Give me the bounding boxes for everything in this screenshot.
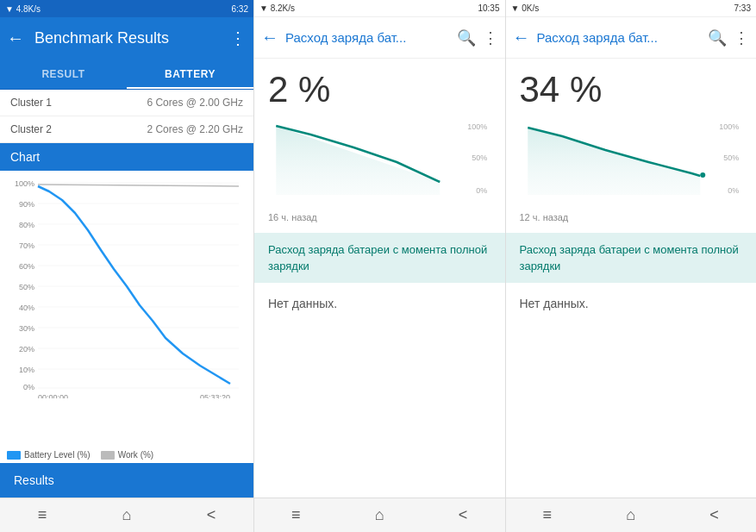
search-button-2[interactable]: 🔍 — [457, 28, 476, 47]
legend-work: Work (%) — [101, 450, 153, 460]
nav-home-3[interactable]: ⌂ — [626, 506, 635, 524]
chart-legend-1: Battery Level (%) Work (%) — [0, 447, 253, 463]
mini-chart-svg-3: 100% 50% 0% — [513, 117, 750, 203]
legend-battery-label: Battery Level (%) — [24, 450, 91, 460]
tabs-1: RESULT BATTERY — [0, 59, 253, 90]
nav-bar-1: ≡ ⌂ < — [0, 498, 253, 532]
svg-text:50%: 50% — [723, 153, 739, 162]
status-time-1: 6:32 — [232, 4, 248, 14]
legend-work-color — [101, 451, 115, 460]
svg-marker-24 — [276, 126, 440, 195]
nav-back-1[interactable]: < — [207, 506, 216, 524]
section-title-3: Расход заряда батареи с момента полной з… — [520, 243, 739, 272]
status-left-1: ▼ 4.8K/s — [5, 4, 41, 14]
cluster-1-value: 6 Cores @ 2.00 GHz — [147, 97, 243, 109]
svg-text:30%: 30% — [19, 324, 34, 333]
section-highlight-2: Расход заряда батареи с момента полной з… — [254, 233, 505, 283]
cluster-row-1: Cluster 1 6 Cores @ 2.00 GHz — [0, 90, 253, 116]
legend-battery: Battery Level (%) — [7, 450, 91, 460]
svg-text:80%: 80% — [19, 221, 34, 229]
legend-battery-color — [7, 451, 21, 460]
search-button-3[interactable]: 🔍 — [708, 28, 727, 47]
chart-svg-1: 100% 90% 80% 70% 60% 50% 40% 30% 20% 10%… — [3, 174, 250, 398]
big-percent-2: 2 % — [254, 59, 505, 114]
mini-chart-area-2: 100% 50% 0% — [254, 114, 505, 210]
back-button-1[interactable]: ← — [7, 28, 24, 48]
no-data-2: Нет данных. — [254, 286, 505, 321]
status-bar-1: ▼ 4.8K/s 6:32 — [0, 0, 253, 17]
tab-battery[interactable]: BATTERY — [127, 59, 253, 89]
panel-battery-2: ▼ 8.2K/s 10:35 ← Расход заряда бат... 🔍 … — [253, 0, 505, 532]
toolbar-1: ← Benchmark Results ⋮ — [0, 17, 253, 59]
status-left-2: ▼ 8.2K/s — [259, 3, 295, 13]
time-label-3: 12 ч. назад — [506, 210, 757, 229]
back-button-3[interactable]: ← — [513, 28, 530, 47]
chart-area-1: 100% 90% 80% 70% 60% 50% 40% 30% 20% 10%… — [0, 171, 253, 447]
nav-menu-3[interactable]: ≡ — [543, 506, 553, 524]
cluster-2-name: Cluster 2 — [10, 123, 52, 135]
nav-home-1[interactable]: ⌂ — [122, 506, 132, 524]
svg-text:50%: 50% — [19, 283, 34, 291]
nav-back-3[interactable]: < — [709, 506, 719, 524]
toolbar-title-2: Расход заряда бат... — [285, 30, 450, 45]
svg-text:60%: 60% — [19, 262, 34, 271]
section-title-2: Расход заряда батареи с момента полной з… — [268, 243, 487, 272]
svg-text:20%: 20% — [19, 345, 34, 354]
svg-text:100%: 100% — [719, 122, 739, 131]
nav-back-2[interactable]: < — [459, 506, 468, 524]
section-highlight-3: Расход заряда батареи с момента полной з… — [506, 233, 757, 283]
panel-battery-3: ▼ 0K/s 7:33 ← Расход заряда бат... 🔍 ⋮ 3… — [505, 0, 757, 532]
svg-text:50%: 50% — [472, 153, 487, 162]
spacer-3 — [506, 321, 757, 498]
back-button-2[interactable]: ← — [261, 28, 278, 47]
cluster-1-name: Cluster 1 — [10, 97, 52, 109]
status-time-2: 10:35 — [478, 3, 499, 13]
more-button-2[interactable]: ⋮ — [483, 28, 498, 47]
chart-header-1: Chart — [0, 143, 253, 171]
spacer-2 — [254, 321, 505, 498]
results-footer[interactable]: Results — [0, 463, 253, 498]
no-data-3: Нет данных. — [506, 286, 757, 321]
nav-menu-1[interactable]: ≡ — [38, 506, 47, 524]
nav-menu-2[interactable]: ≡ — [291, 506, 301, 524]
svg-text:0%: 0% — [728, 186, 739, 195]
status-bar-2: ▼ 8.2K/s 10:35 — [254, 0, 505, 17]
svg-text:05:33:20: 05:33:20 — [200, 393, 230, 398]
time-label-2: 16 ч. назад — [254, 210, 505, 229]
svg-text:100%: 100% — [467, 122, 487, 131]
content-1: Cluster 1 6 Cores @ 2.00 GHz Cluster 2 2… — [0, 90, 253, 463]
more-button-1[interactable]: ⋮ — [229, 28, 247, 48]
cluster-row-2: Cluster 2 2 Cores @ 2.20 GHz — [0, 116, 253, 143]
more-button-3[interactable]: ⋮ — [734, 28, 749, 47]
nav-home-2[interactable]: ⌂ — [375, 506, 384, 524]
tab-result[interactable]: RESULT — [0, 59, 127, 89]
svg-text:0%: 0% — [476, 186, 487, 195]
svg-text:100%: 100% — [15, 179, 34, 188]
cluster-2-value: 2 Cores @ 2.20 GHz — [147, 123, 243, 135]
big-percent-3: 34 % — [506, 59, 757, 114]
svg-marker-28 — [528, 128, 700, 195]
status-bar-3: ▼ 0K/s 7:33 — [506, 0, 757, 17]
svg-text:00:00:00: 00:00:00 — [38, 393, 68, 398]
svg-text:90%: 90% — [19, 200, 34, 209]
mini-chart-area-3: 100% 50% 0% — [506, 114, 757, 210]
svg-point-29 — [700, 172, 705, 178]
svg-text:0%: 0% — [23, 383, 34, 391]
toolbar-3: ← Расход заряда бат... 🔍 ⋮ — [506, 17, 757, 59]
toolbar-title-3: Расход заряда бат... — [537, 30, 702, 45]
legend-work-label: Work (%) — [118, 450, 153, 460]
svg-text:40%: 40% — [19, 304, 34, 312]
nav-bar-2: ≡ ⌂ < — [254, 498, 505, 532]
mini-chart-svg-2: 100% 50% 0% — [261, 117, 498, 203]
svg-text:70%: 70% — [19, 241, 34, 250]
status-time-3: 7:33 — [734, 3, 751, 13]
status-left-3: ▼ 0K/s — [511, 3, 540, 13]
toolbar-title-1: Benchmark Results — [34, 29, 229, 47]
toolbar-2: ← Расход заряда бат... 🔍 ⋮ — [254, 17, 505, 59]
svg-text:10%: 10% — [19, 366, 34, 374]
panel-benchmark-results: ▼ 4.8K/s 6:32 ← Benchmark Results ⋮ RESU… — [0, 0, 253, 532]
nav-bar-3: ≡ ⌂ < — [506, 498, 757, 532]
